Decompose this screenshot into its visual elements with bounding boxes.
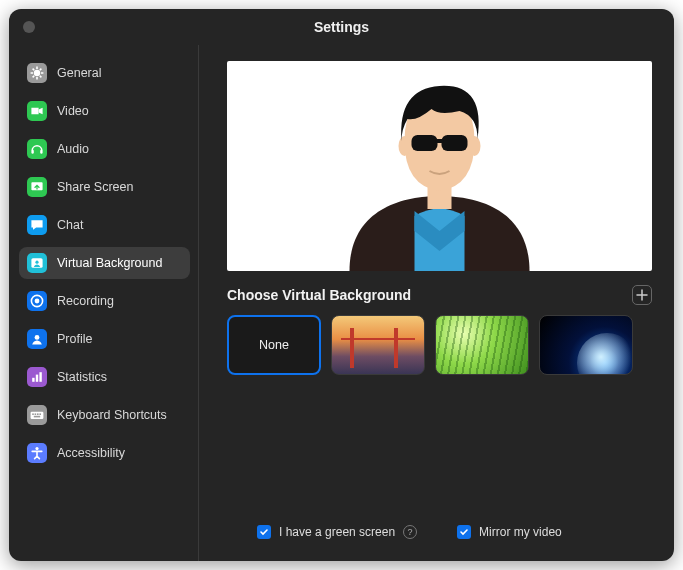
main-panel: Choose Virtual Background None I have a … <box>199 45 674 561</box>
svg-rect-9 <box>32 378 34 382</box>
svg-rect-25 <box>436 139 444 143</box>
svg-point-5 <box>35 261 38 264</box>
green-screen-label: I have a green screen <box>279 525 395 539</box>
svg-rect-24 <box>442 135 468 151</box>
svg-point-0 <box>34 70 40 76</box>
svg-point-7 <box>35 299 40 304</box>
sidebar-item-label: Profile <box>57 332 92 346</box>
settings-window: Settings GeneralVideoAudioShare ScreenCh… <box>9 9 674 561</box>
checkbox-icon <box>257 525 271 539</box>
svg-rect-13 <box>32 413 34 415</box>
sidebar-item-keyboard-shortcuts[interactable]: Keyboard Shortcuts <box>19 399 190 431</box>
svg-point-18 <box>35 447 38 450</box>
sidebar-item-virtual-background[interactable]: Virtual Background <box>19 247 190 279</box>
thumb-label: None <box>259 338 289 352</box>
background-thumb-bridge[interactable] <box>331 315 425 375</box>
sidebar-item-label: Recording <box>57 294 114 308</box>
keyboard-icon <box>27 405 47 425</box>
sidebar-item-chat[interactable]: Chat <box>19 209 190 241</box>
svg-point-21 <box>399 136 411 156</box>
svg-point-22 <box>469 136 481 156</box>
sidebar-item-label: Audio <box>57 142 89 156</box>
mirror-video-label: Mirror my video <box>479 525 562 539</box>
sidebar-item-audio[interactable]: Audio <box>19 133 190 165</box>
svg-rect-1 <box>31 150 33 154</box>
svg-rect-15 <box>37 413 39 415</box>
checkbox-icon <box>457 525 471 539</box>
sidebar-item-recording[interactable]: Recording <box>19 285 190 317</box>
stats-icon <box>27 367 47 387</box>
close-window-button[interactable] <box>23 21 35 33</box>
video-preview <box>227 61 652 271</box>
sidebar-item-label: General <box>57 66 101 80</box>
vb-icon <box>27 253 47 273</box>
mirror-video-checkbox[interactable]: Mirror my video <box>457 525 562 539</box>
svg-rect-23 <box>412 135 438 151</box>
sidebar-item-label: Share Screen <box>57 180 133 194</box>
green-screen-checkbox[interactable]: I have a green screen ? <box>257 525 417 539</box>
svg-rect-14 <box>35 413 37 415</box>
sidebar-item-label: Keyboard Shortcuts <box>57 408 167 422</box>
avatar-illustration <box>227 61 652 271</box>
sidebar-item-general[interactable]: General <box>19 57 190 89</box>
footer-options: I have a green screen ? Mirror my video <box>227 525 652 545</box>
background-thumb-none[interactable]: None <box>227 315 321 375</box>
sidebar-item-accessibility[interactable]: Accessibility <box>19 437 190 469</box>
access-icon <box>27 443 47 463</box>
sidebar-item-label: Statistics <box>57 370 107 384</box>
profile-icon <box>27 329 47 349</box>
background-thumb-earth[interactable] <box>539 315 633 375</box>
plus-icon <box>636 289 648 301</box>
sidebar-item-statistics[interactable]: Statistics <box>19 361 190 393</box>
svg-rect-17 <box>34 416 40 418</box>
sidebar-item-share-screen[interactable]: Share Screen <box>19 171 190 203</box>
svg-rect-12 <box>31 412 44 419</box>
background-thumb-grass[interactable] <box>435 315 529 375</box>
headset-icon <box>27 139 47 159</box>
svg-rect-2 <box>40 150 42 154</box>
camera-icon <box>27 101 47 121</box>
svg-point-8 <box>35 335 40 340</box>
window-title: Settings <box>314 19 369 35</box>
svg-rect-16 <box>39 413 41 415</box>
svg-rect-10 <box>36 375 38 382</box>
svg-rect-11 <box>39 372 41 382</box>
help-icon[interactable]: ? <box>403 525 417 539</box>
chat-icon <box>27 215 47 235</box>
sidebar-item-label: Accessibility <box>57 446 125 460</box>
sidebar-item-label: Virtual Background <box>57 256 162 270</box>
add-background-button[interactable] <box>632 285 652 305</box>
sidebar-item-label: Chat <box>57 218 83 232</box>
sidebar: GeneralVideoAudioShare ScreenChatVirtual… <box>9 45 199 561</box>
sidebar-item-label: Video <box>57 104 89 118</box>
gear-icon <box>27 63 47 83</box>
titlebar: Settings <box>9 9 674 45</box>
background-thumbnails: None <box>227 315 652 375</box>
sidebar-item-video[interactable]: Video <box>19 95 190 127</box>
share-icon <box>27 177 47 197</box>
record-icon <box>27 291 47 311</box>
section-title: Choose Virtual Background <box>227 287 411 303</box>
sidebar-item-profile[interactable]: Profile <box>19 323 190 355</box>
